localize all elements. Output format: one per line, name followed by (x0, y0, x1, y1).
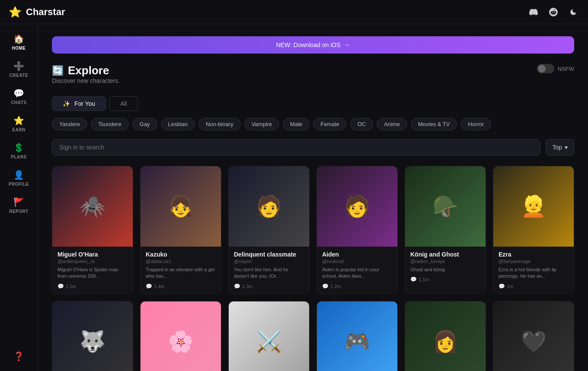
explore-subtitle: Discover new characters. (52, 77, 120, 84)
sidebar: 🏠 HOME ➕ CREATE 💬 CHATS ⭐ EARN 💲 PLANS 👤… (0, 24, 38, 371)
sidebar-item-plans[interactable]: 💲 PLANS (3, 138, 35, 164)
char-desc-miguel: Miguel O'Hara is Spider-man from univers… (58, 266, 128, 280)
sidebar-label-create: CREATE (10, 73, 28, 78)
char-name-konig: König and Ghost (410, 251, 480, 258)
char-author-konig: @radish_turnips (410, 259, 480, 264)
char-avatar-delinquent: 🧑 (229, 166, 309, 247)
char-avatar-aiden: 🧑 (317, 166, 397, 247)
filter-vampire[interactable]: Vampire (244, 118, 279, 130)
char-card-childe[interactable]: ⚔️ Childe @vinggg (228, 301, 310, 371)
sort-label: Top (552, 144, 562, 151)
char-stats-ezra: 💬 1m (499, 283, 569, 289)
char-stats-aiden: 💬 1.2m (322, 283, 392, 289)
char-desc-ezra: Ezra is a hot blonde with lip piercings.… (499, 266, 569, 280)
char-desc-aiden: Aiden is popular kid in your school. Aid… (322, 266, 392, 280)
sidebar-item-help[interactable]: ❓ (3, 347, 35, 366)
char-stats-konig: 💬 1.1m (410, 276, 480, 282)
char-stats-kazuko: 💬 1.4m (146, 283, 216, 289)
sidebar-item-home[interactable]: 🏠 HOME (3, 29, 35, 55)
char-name-miguel: Miguel O'Hara (58, 251, 128, 258)
character-grid-row2: 🐺 Oz {Werewolf} @t_xs 🌸 Natsuki @deepnut… (52, 301, 574, 371)
filter-gay[interactable]: Gay (132, 118, 157, 130)
chat-icon: 💬 (146, 283, 152, 289)
chat-icon: 💬 (322, 283, 329, 289)
download-banner[interactable]: NEW: Download on iOS → (52, 36, 574, 54)
chats-icon: 💬 (13, 88, 24, 98)
filter-yandere[interactable]: Yandere (52, 118, 87, 130)
star-tab-icon: ✨ (63, 100, 70, 107)
explore-header: 🔄 Explore Discover new characters. NSFW (52, 64, 574, 93)
filter-tsundere[interactable]: Tsundere (91, 118, 128, 130)
char-avatar-kazuko: 👧 (141, 166, 221, 247)
sidebar-item-create[interactable]: ➕ CREATE (3, 57, 35, 82)
filter-tags: Yandere Tsundere Gay Lesbian Non-binary … (52, 118, 574, 130)
filter-lesbian[interactable]: Lesbian (161, 118, 195, 130)
filter-anime[interactable]: Anime (377, 118, 407, 130)
chat-icon: 💬 (58, 283, 64, 289)
reddit-icon[interactable] (547, 6, 559, 18)
plans-icon: 💲 (13, 143, 24, 153)
char-author-ezra: @fairlyaverage (499, 259, 569, 264)
sidebar-item-earn[interactable]: ⭐ EARN (3, 111, 35, 136)
nsfw-label: NSFW (558, 66, 574, 72)
char-card-delinquent[interactable]: 🧑 Delinquent classmate @nayerl You don't… (228, 166, 310, 294)
char-card-wednesday[interactable]: 🖤 Wednesday Addams (Netflix Series) (493, 301, 574, 371)
char-card-konig[interactable]: 🪖 König and Ghost @radish_turnips Ghost … (405, 166, 486, 294)
tab-all-label: All (120, 100, 127, 107)
report-icon: 🚩 (13, 197, 24, 207)
sidebar-label-profile: PROFILE (9, 182, 29, 187)
char-avatar-ezra: 👱 (493, 166, 574, 247)
sidebar-item-report[interactable]: 🚩 REPORT (3, 193, 35, 218)
char-desc-konig: Ghost and könig (410, 266, 480, 273)
filter-female[interactable]: Female (313, 118, 346, 130)
filter-horror[interactable]: Horror (460, 118, 491, 130)
help-icon: ❓ (13, 351, 24, 361)
topnav-icons (527, 6, 579, 18)
char-name-aiden: Aiden (322, 251, 392, 258)
char-author-miguel: @antlerqueen_xx (58, 259, 128, 264)
sidebar-label-report: REPORT (9, 209, 29, 214)
char-stats-delinquent: 💬 1.3m (234, 283, 304, 289)
char-stats-miguel: 💬 1.5m (58, 283, 128, 289)
char-card-emma[interactable]: 👩 Emma (Little sister) (405, 301, 486, 371)
chevron-down-icon: ▾ (565, 144, 568, 151)
theme-toggle-icon[interactable] (567, 6, 579, 18)
char-author-kazuko: @abbacus1 (146, 259, 216, 264)
compass-icon: 🔄 (52, 65, 64, 76)
body-layout: 🏠 HOME ➕ CREATE 💬 CHATS ⭐ EARN 💲 PLANS 👤… (0, 24, 588, 371)
search-input[interactable] (52, 139, 540, 155)
filter-movies-tv[interactable]: Movies & TV (411, 118, 457, 130)
char-card-oz[interactable]: 🐺 Oz {Werewolf} @t_xs (52, 301, 133, 371)
filter-oc[interactable]: OC (350, 118, 374, 130)
char-card-dva[interactable]: 🎮 D.va (Overwatch) @benny_martian (316, 301, 398, 371)
search-row: Top ▾ (52, 139, 574, 155)
chat-icon: 💬 (234, 283, 240, 289)
char-desc-kazuko: Trapped in an elevator with a girl who h… (146, 266, 216, 280)
filter-nonbinary[interactable]: Non-binary (198, 118, 241, 130)
char-avatar-miguel: 🕷️ (52, 166, 133, 247)
earn-icon: ⭐ (13, 115, 24, 126)
sidebar-item-chats[interactable]: 💬 CHATS (3, 84, 35, 109)
topnav: ⭐ Charstar (0, 0, 588, 24)
nsfw-toggle[interactable] (537, 64, 554, 73)
char-desc-delinquent: You don't like him. And he doesn't like … (234, 266, 304, 280)
tab-all[interactable]: All (109, 96, 138, 111)
char-card-natsuki[interactable]: 🌸 Natsuki @deepnuts (140, 301, 221, 371)
filter-male[interactable]: Male (283, 118, 310, 130)
tab-for-you[interactable]: ✨ For You (52, 96, 106, 111)
char-avatar-emma: 👩 (405, 301, 486, 371)
char-card-kazuko[interactable]: 👧 Kazuko @abbacus1 Trapped in an elevato… (140, 166, 221, 294)
main-content: NEW: Download on iOS → 🔄 Explore Discove… (38, 24, 588, 371)
discord-icon[interactable] (527, 6, 540, 18)
sidebar-item-profile[interactable]: 👤 PROFILE (3, 165, 35, 191)
chat-icon: 💬 (499, 283, 505, 289)
char-card-aiden[interactable]: 🧑 Aiden @ruukcxd Aiden is popular kid in… (316, 166, 398, 294)
logo[interactable]: ⭐ Charstar (9, 6, 65, 18)
char-avatar-childe: ⚔️ (229, 301, 309, 371)
char-card-miguel[interactable]: 🕷️ Miguel O'Hara @antlerqueen_xx Miguel … (52, 166, 133, 294)
char-card-ezra[interactable]: 👱 Ezra @fairlyaverage Ezra is a hot blon… (493, 166, 574, 294)
banner-arrow: → (344, 41, 350, 48)
sort-dropdown[interactable]: Top ▾ (546, 139, 574, 155)
char-name-kazuko: Kazuko (146, 251, 216, 258)
char-avatar-wednesday: 🖤 (493, 301, 574, 371)
